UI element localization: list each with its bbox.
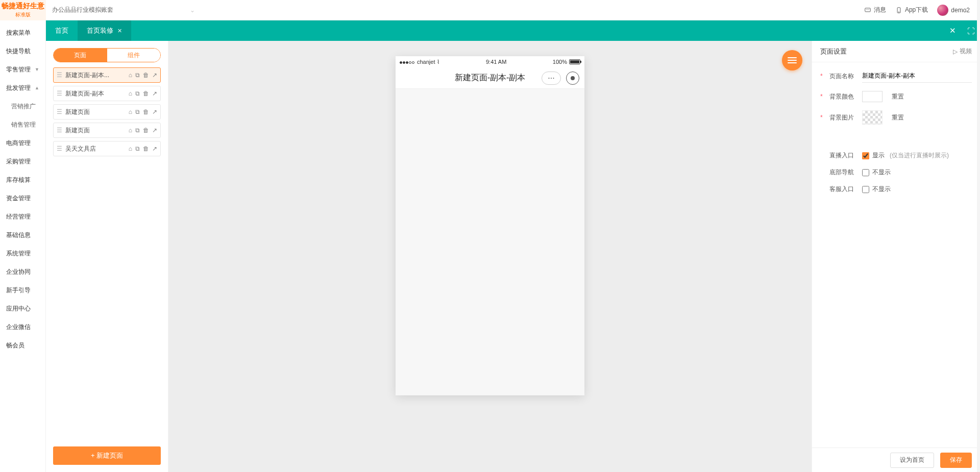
delete-icon[interactable]: 🗑 xyxy=(143,90,149,97)
field-bg-image: * 背景图片 重置 xyxy=(820,110,972,125)
segment-page[interactable]: 页面 xyxy=(54,49,107,62)
bg-color-swatch[interactable] xyxy=(862,91,883,102)
delete-icon[interactable]: 🗑 xyxy=(143,145,149,152)
phone-statusbar: chanjet ⌇ 9:41 AM 100% xyxy=(396,56,584,67)
close-tab-icon[interactable]: ✕ xyxy=(117,28,122,34)
canvas[interactable]: chanjet ⌇ 9:41 AM 100% 新建页面-副本-副本 xyxy=(168,41,812,472)
signal-icon xyxy=(400,59,415,65)
tab-home[interactable]: 首页 xyxy=(46,20,78,41)
live-show-checkbox[interactable]: 显示 xyxy=(862,151,885,160)
sidebar-item-marketing[interactable]: 营销推广 xyxy=(0,97,45,115)
delete-icon[interactable]: 🗑 xyxy=(143,72,149,79)
service-hide-checkbox[interactable]: 不显示 xyxy=(862,185,891,194)
field-bg-color: * 背景颜色 重置 xyxy=(820,91,972,102)
page-row[interactable]: ☰ 吴天文具店 ⌂⧉🗑↗ xyxy=(53,141,161,156)
page-list: ☰ 新建页面-副本... ⌂⧉🗑↗ ☰ 新建页面-副本 ⌂⧉🗑↗ ☰ 新建页面 xyxy=(53,67,161,156)
page-row[interactable]: ☰ 新建页面-副本... ⌂⧉🗑↗ xyxy=(53,67,161,83)
menu-fab[interactable] xyxy=(782,50,802,70)
bg-image-picker[interactable] xyxy=(862,110,883,125)
home-icon[interactable]: ⌂ xyxy=(129,145,132,152)
svg-point-2 xyxy=(898,11,899,12)
page-list-panel: 页面 组件 ☰ 新建页面-副本... ⌂⧉🗑↗ ☰ 新建页面-副本 ⌂⧉🗑↗ xyxy=(46,41,168,472)
copy-icon[interactable]: ⧉ xyxy=(135,72,140,79)
bg-image-reset[interactable]: 重置 xyxy=(892,113,904,122)
home-icon[interactable]: ⌂ xyxy=(129,72,132,79)
battery-icon xyxy=(569,59,580,64)
wifi-icon: ⌇ xyxy=(437,59,439,65)
scrollbar[interactable] xyxy=(977,0,980,472)
logo-edition: 标准版 xyxy=(15,11,31,18)
copy-icon[interactable]: ⧉ xyxy=(135,90,140,97)
sidebar-item-retail[interactable]: 零售管理▼ xyxy=(0,60,45,79)
delete-icon[interactable]: 🗑 xyxy=(143,127,149,134)
avatar xyxy=(937,5,948,16)
messages-button[interactable]: 消息 xyxy=(864,6,886,14)
phone-preview: chanjet ⌇ 9:41 AM 100% 新建页面-副本-副本 xyxy=(396,56,584,395)
home-icon[interactable]: ⌂ xyxy=(129,127,132,134)
account-selector[interactable]: 办公品品行业模拟账套 ⌄ xyxy=(52,6,195,14)
segment-control: 页面 组件 xyxy=(53,48,161,62)
home-icon[interactable]: ⌂ xyxy=(129,108,132,115)
user-menu[interactable]: demo2 xyxy=(937,5,970,16)
share-icon[interactable]: ↗ xyxy=(152,145,157,152)
sidebar-item-collab[interactable]: 企业协同 xyxy=(0,263,45,281)
sidebar-item-appcenter[interactable]: 应用中心 xyxy=(0,299,45,318)
page-row[interactable]: ☰ 新建页面 ⌂⧉🗑↗ xyxy=(53,123,161,138)
caret-up-icon: ▲ xyxy=(35,85,39,90)
chevron-down-icon: ⌄ xyxy=(190,7,195,14)
phone-target-button[interactable] xyxy=(566,72,579,85)
sidebar-item-system[interactable]: 系统管理 xyxy=(0,244,45,263)
sidebar-item-search[interactable]: 搜索菜单 xyxy=(0,23,45,42)
grip-icon[interactable]: ☰ xyxy=(57,145,62,152)
caret-down-icon: ▼ xyxy=(35,67,39,72)
app-download-button[interactable]: App下载 xyxy=(895,6,928,14)
new-page-button[interactable]: + 新建页面 xyxy=(53,446,161,465)
sidebar-item-inventory[interactable]: 库存核算 xyxy=(0,171,45,189)
phone-body[interactable] xyxy=(396,89,584,395)
grip-icon[interactable]: ☰ xyxy=(57,108,62,115)
phone-menu-button[interactable]: ··· xyxy=(542,72,561,85)
sidebar-item-sales[interactable]: 销售管理 xyxy=(0,115,45,134)
sidebar-item-basicinfo[interactable]: 基础信息 xyxy=(0,226,45,244)
page-row[interactable]: ☰ 新建页面-副本 ⌂⧉🗑↗ xyxy=(53,86,161,101)
sidebar-item-ecommerce[interactable]: 电商管理 xyxy=(0,134,45,152)
copy-icon[interactable]: ⧉ xyxy=(135,127,140,134)
sidebar-item-wechat[interactable]: 企业微信 xyxy=(0,318,45,336)
sidebar-item-operations[interactable]: 经营管理 xyxy=(0,207,45,226)
field-service-entry: * 客服入口 不显示 xyxy=(820,185,972,194)
topbar: 畅捷通好生意 标准版 办公品品行业模拟账套 ⌄ 消息 App下载 demo2 xyxy=(0,0,980,20)
tabbar-close-button[interactable]: ✕ xyxy=(943,20,962,41)
set-home-button[interactable]: 设为首页 xyxy=(890,453,934,468)
phone-icon xyxy=(895,7,902,14)
bg-color-reset[interactable]: 重置 xyxy=(892,92,904,101)
share-icon[interactable]: ↗ xyxy=(152,127,157,134)
grip-icon[interactable]: ☰ xyxy=(57,72,62,79)
home-icon[interactable]: ⌂ xyxy=(129,90,132,97)
sidebar-item-wholesale[interactable]: 批发管理▲ xyxy=(0,79,45,97)
page-name-input[interactable] xyxy=(862,69,972,83)
segment-component[interactable]: 组件 xyxy=(107,49,161,62)
sidebar-item-member[interactable]: 畅会员 xyxy=(0,336,45,355)
tab-decorate[interactable]: 首页装修 ✕ xyxy=(78,20,131,41)
message-icon xyxy=(864,7,871,14)
share-icon[interactable]: ↗ xyxy=(152,72,157,79)
sidebar-item-purchase[interactable]: 采购管理 xyxy=(0,152,45,171)
share-icon[interactable]: ↗ xyxy=(152,108,157,115)
nav-hide-checkbox[interactable]: 不显示 xyxy=(862,168,891,177)
sidebar-item-quicknav[interactable]: 快捷导航 xyxy=(0,42,45,60)
panel-title: 页面设置 xyxy=(820,47,847,56)
sidebar-item-guide[interactable]: 新手引导 xyxy=(0,281,45,299)
page-row[interactable]: ☰ 新建页面 ⌂⧉🗑↗ xyxy=(53,104,161,120)
grip-icon[interactable]: ☰ xyxy=(57,90,62,97)
phone-navbar: 新建页面-副本-副本 ··· xyxy=(396,67,584,89)
grip-icon[interactable]: ☰ xyxy=(57,127,62,134)
delete-icon[interactable]: 🗑 xyxy=(143,108,149,115)
copy-icon[interactable]: ⧉ xyxy=(135,145,140,152)
sidebar: 搜索菜单 快捷导航 零售管理▼ 批发管理▲ 营销推广 销售管理 电商管理 采购管… xyxy=(0,20,46,472)
copy-icon[interactable]: ⧉ xyxy=(135,108,140,115)
share-icon[interactable]: ↗ xyxy=(152,90,157,97)
video-help-button[interactable]: ▷ 视频 xyxy=(953,47,972,56)
logo-brand: 畅捷通好生意 xyxy=(2,2,44,11)
save-button[interactable]: 保存 xyxy=(940,453,972,468)
sidebar-item-funds[interactable]: 资金管理 xyxy=(0,189,45,207)
